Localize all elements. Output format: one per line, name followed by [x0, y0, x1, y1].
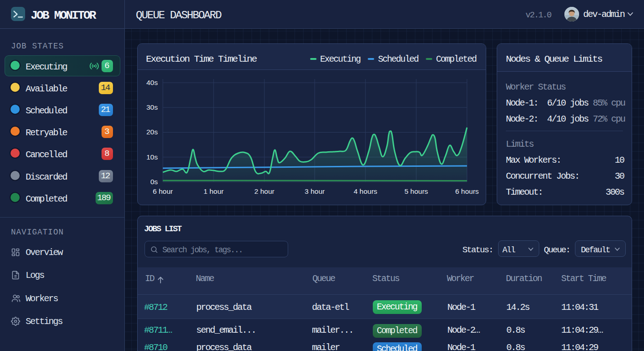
- svg-text:6 hours: 6 hours: [455, 187, 479, 195]
- svg-text:10s: 10s: [146, 153, 158, 161]
- svg-text:20s: 20s: [146, 128, 158, 136]
- svg-text:1 hour: 1 hour: [204, 187, 224, 195]
- svg-text:2 hour: 2 hour: [254, 187, 274, 195]
- svg-text:0s: 0s: [150, 178, 158, 186]
- svg-text:5 hours: 5 hours: [404, 187, 428, 195]
- svg-text:3 hour: 3 hour: [305, 187, 325, 195]
- svg-text:4 hours: 4 hours: [354, 187, 377, 195]
- svg-text:40s: 40s: [146, 79, 158, 86]
- svg-text:6 hour: 6 hour: [153, 187, 173, 195]
- svg-text:30s: 30s: [146, 103, 158, 111]
